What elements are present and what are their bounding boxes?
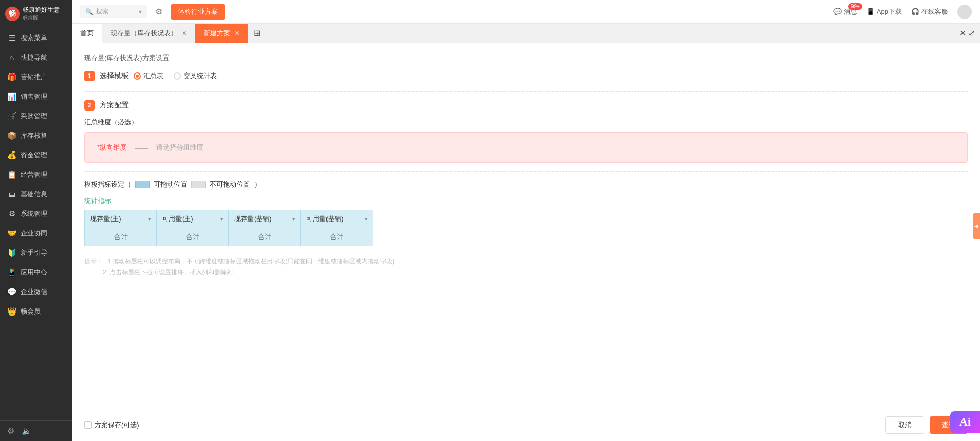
tips-title-label: 提示： <box>84 258 103 265</box>
wechat-icon: 💬 <box>7 287 16 297</box>
section-plan-config: 2 方案配置 汇总维度（必选） *纵向维度 —— 请选择分组维度 <box>84 100 968 278</box>
stats-col-1-body: 合计 <box>157 228 228 246</box>
tab-new-plan-label: 新建方案 <box>204 29 230 38</box>
sidebar: 畅 畅康通好生意 标准版 ☰ 搜索菜单 ⌂ 快捷导航 🎁 营销推广 📊 销售管理… <box>0 0 72 441</box>
sidebar-item-wechat[interactable]: 💬 企业微信 <box>0 282 72 302</box>
section1-title: 选择模板 <box>100 71 129 81</box>
ai-badge[interactable]: Ai <box>950 411 980 433</box>
col-2-dropdown-icon: ▾ <box>292 216 295 223</box>
section1-header: 1 选择模板 汇总表 交叉统计表 <box>84 71 968 81</box>
sidebar-item-label: 库存核算 <box>21 131 47 140</box>
radio-summary[interactable]: 汇总表 <box>134 71 164 81</box>
sidebar-item-sales[interactable]: 📊 销售管理 <box>0 87 72 106</box>
online-service-item[interactable]: 🎧 在线客服 <box>911 7 948 16</box>
non-draggable-legend-label: 不可拖动位置 <box>210 180 250 189</box>
save-checkbox[interactable] <box>84 421 92 429</box>
sidebar-bottom: ⚙ 🔈 <box>0 420 72 441</box>
draggable-legend-label: 可拖动位置 <box>154 180 187 189</box>
radio-crosstab-label: 交叉统计表 <box>184 71 217 81</box>
save-option[interactable]: 方案保存(可选) <box>84 420 139 430</box>
stats-col-1-header[interactable]: 可用量(主) ▾ <box>157 210 228 228</box>
online-service-label: 在线客服 <box>921 7 948 16</box>
sidebar-item-finance[interactable]: 💰 资金管理 <box>0 145 72 165</box>
stats-table: 现存量(主) ▾ 合计 可用量(主) ▾ 合计 <box>84 210 373 246</box>
search-icon: 🔍 <box>85 8 93 15</box>
vertical-dim-label: *纵向维度 <box>97 143 126 152</box>
app-dl-item[interactable]: 📱 App下载 <box>866 7 902 16</box>
search-box[interactable]: 🔍 搜索 ▾ <box>80 5 147 18</box>
tab-home-label: 首页 <box>80 29 94 38</box>
enterprise-icon: 🤝 <box>7 229 16 238</box>
stats-table-header-row: 现存量(主) ▾ 合计 可用量(主) ▾ 合计 <box>85 210 373 246</box>
col-0-dropdown-icon: ▾ <box>148 216 151 223</box>
message-badge: 99+ <box>848 3 862 10</box>
marketing-icon: 🎁 <box>7 72 16 82</box>
app-center-icon: 📱 <box>7 268 16 277</box>
system-icon: ⚙ <box>7 209 16 218</box>
stats-col-2: 现存量(基辅) ▾ 合计 <box>229 210 301 246</box>
avatar[interactable] <box>957 5 972 19</box>
operations-icon: 📋 <box>7 170 16 179</box>
window-close-icon[interactable]: ✕ <box>959 28 966 38</box>
tips-label: 提示： 1.拖动标题栏可以调整布局，不可跨维度或指标区域拖动栏目字段(只能在同一… <box>84 256 968 267</box>
stats-col-2-body: 合计 <box>229 228 300 246</box>
app-dl-label: App下载 <box>877 7 902 16</box>
draggable-legend-box <box>135 181 150 188</box>
message-item[interactable]: 💬 消息 99+ <box>833 7 857 16</box>
sidebar-item-label: 销售管理 <box>21 92 47 101</box>
vertical-dim-placeholder[interactable]: 请选择分组维度 <box>156 143 203 152</box>
indicator-settings: 模板指标设定（ 可拖动位置 不可拖动位置 ） <box>84 180 968 189</box>
right-scroll-handle[interactable]: ◀ <box>973 213 980 239</box>
section2-title: 方案配置 <box>100 101 129 110</box>
tab-home[interactable]: 首页 <box>72 24 102 43</box>
gear-icon[interactable]: ⚙ <box>155 7 162 16</box>
section-select-template: 1 选择模板 汇总表 交叉统计表 <box>84 71 968 81</box>
sidebar-item-quick-nav[interactable]: ⌂ 快捷导航 <box>0 48 72 67</box>
radio-crosstab[interactable]: 交叉统计表 <box>174 71 217 81</box>
sidebar-item-label: 采购管理 <box>21 112 47 121</box>
stats-col-2-header[interactable]: 现存量(基辅) ▾ <box>229 210 300 228</box>
sidebar-item-member[interactable]: 👑 畅会员 <box>0 302 72 321</box>
sidebar-item-search-menu[interactable]: ☰ 搜索菜单 <box>0 28 72 48</box>
stats-col-0-header[interactable]: 现存量(主) ▾ <box>85 210 156 228</box>
try-btn[interactable]: 体验行业方案 <box>171 4 225 20</box>
sidebar-item-label: 快捷导航 <box>21 53 47 62</box>
cancel-button[interactable]: 取消 <box>885 416 924 434</box>
window-expand-icon[interactable]: ⤢ <box>968 28 975 38</box>
message-icon: 💬 <box>833 8 842 15</box>
inventory-icon: 📦 <box>7 131 16 140</box>
sidebar-item-inventory[interactable]: 📦 库存核算 <box>0 126 72 145</box>
save-label: 方案保存(可选) <box>95 420 139 430</box>
radio-summary-dot <box>134 72 141 80</box>
sidebar-item-marketing[interactable]: 🎁 营销推广 <box>0 67 72 87</box>
settings-bottom-icon[interactable]: ⚙ <box>7 426 14 436</box>
radio-summary-label: 汇总表 <box>143 71 164 81</box>
sidebar-item-label: 基础信息 <box>21 190 47 199</box>
tab-new-plan[interactable]: 新建方案 ✕ <box>195 24 248 43</box>
tab-new-plan-close-icon[interactable]: ✕ <box>234 30 240 37</box>
stats-section-title: 统计指标 <box>84 196 968 206</box>
tab-inventory-close-icon[interactable]: ✕ <box>182 30 187 37</box>
tab-inventory-status[interactable]: 现存量（库存状况表） ✕ <box>102 24 195 43</box>
sound-bottom-icon[interactable]: 🔈 <box>22 426 32 436</box>
sidebar-item-operations[interactable]: 📋 经营管理 <box>0 165 72 185</box>
sidebar-item-label: 资金管理 <box>21 151 47 160</box>
sales-icon: 📊 <box>7 92 16 101</box>
sidebar-item-basic-info[interactable]: 🗂 基础信息 <box>0 185 72 204</box>
sidebar-item-enterprise[interactable]: 🤝 企业协同 <box>0 224 72 243</box>
tips-section: 提示： 1.拖动标题栏可以调整布局，不可跨维度或指标区域拖动栏目字段(只能在同一… <box>84 256 968 278</box>
sidebar-item-label: 经营管理 <box>21 170 47 179</box>
sidebar-item-purchase[interactable]: 🛒 采购管理 <box>0 106 72 126</box>
sidebar-item-label: 企业协同 <box>21 229 47 238</box>
purchase-icon: 🛒 <box>7 112 16 121</box>
sidebar-item-new-guide[interactable]: 🔰 新手引导 <box>0 243 72 263</box>
sidebar-item-app-center[interactable]: 📱 应用中心 <box>0 263 72 282</box>
stats-col-3-header[interactable]: 可用量(基辅) ▾ <box>301 210 373 228</box>
sidebar-item-label: 应用中心 <box>21 268 47 277</box>
stats-col-2-header-label: 现存量(基辅) <box>234 214 272 224</box>
tab-expand-icon[interactable]: ⊞ <box>248 28 265 38</box>
content-area: 现存量(库存状况表)方案设置 1 选择模板 汇总表 <box>72 43 980 409</box>
sidebar-item-system[interactable]: ⚙ 系统管理 <box>0 204 72 224</box>
aggregate-label: 汇总维度（必选） <box>84 118 968 127</box>
section2-num: 2 <box>84 100 95 111</box>
